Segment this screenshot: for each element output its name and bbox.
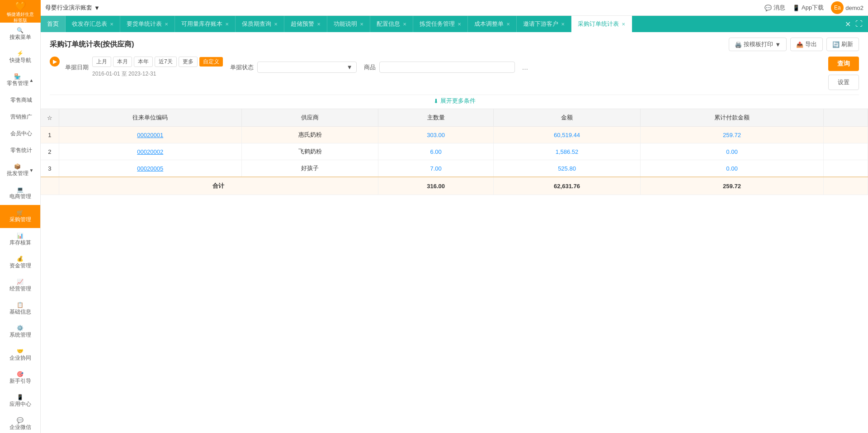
row-paid[interactable]: 259.72 bbox=[641, 127, 824, 143]
tab-cost-adjust[interactable]: 成本调整单 ✕ bbox=[468, 16, 517, 32]
filter-actions: 查询 设置 bbox=[828, 57, 859, 90]
tab-pick-task[interactable]: 拣货任务管理 ✕ bbox=[413, 16, 468, 32]
page-content: 采购订单统计表(按供应商) 🖨️ 按模板打印 ▼ 📤 导出 🔄 刷新 bbox=[41, 32, 868, 433]
tab-stock-summary[interactable]: 收发存汇总表 ✕ bbox=[66, 16, 120, 32]
print-icon: 🖨️ bbox=[735, 41, 742, 48]
sidebar-item-guide[interactable]: 🎯 新手引导 bbox=[0, 366, 40, 390]
row-code[interactable]: 00020001 bbox=[59, 127, 242, 143]
date-filter-block: 上月 本月 本年 近7天 更多 自定义 2016-01-01 至 2023-12… bbox=[92, 57, 223, 78]
row-amount[interactable]: 1,586.52 bbox=[493, 143, 640, 160]
tab-overstock-warn-close[interactable]: ✕ bbox=[317, 22, 321, 27]
tab-config-info[interactable]: 配置信息 ✕ bbox=[370, 16, 413, 32]
filter-bar: ▶ 单据日期 上月 本月 本年 近7天 bbox=[50, 57, 859, 95]
tab-close-all-button[interactable]: ✕ bbox=[843, 18, 853, 30]
row-qty[interactable]: 6.00 bbox=[378, 143, 493, 160]
tab-expiry-query-close[interactable]: ✕ bbox=[274, 22, 278, 27]
tab-order-stats[interactable]: 要货单统计表 ✕ bbox=[120, 16, 175, 32]
row-qty[interactable]: 303.00 bbox=[378, 127, 493, 143]
row-amount[interactable]: 525.80 bbox=[493, 160, 640, 177]
tab-order-stats-close[interactable]: ✕ bbox=[165, 22, 168, 27]
message-button[interactable]: 💬 消息 bbox=[764, 4, 785, 12]
shortcut-7days[interactable]: 近7天 bbox=[155, 57, 177, 67]
tab-function-desc-label: 功能说明 bbox=[334, 20, 357, 28]
table-area: ☆ 往来单位编码 供应商 主数量 金额 累计付款金额 1 00020001 bbox=[41, 109, 868, 433]
data-table: ☆ 往来单位编码 供应商 主数量 金额 累计付款金额 1 00020001 bbox=[41, 109, 868, 195]
export-button[interactable]: 📤 导出 bbox=[790, 38, 823, 51]
tab-inventory-book-close[interactable]: ✕ bbox=[225, 22, 229, 27]
system-icon: ⚙️ bbox=[2, 325, 38, 331]
goods-input[interactable] bbox=[379, 62, 515, 73]
sidebar-item-collab[interactable]: 🤝 企业协同 bbox=[0, 343, 40, 366]
query-button[interactable]: 查询 bbox=[828, 57, 859, 71]
expand-more-button[interactable]: ⬇ 展开更多条件 bbox=[434, 97, 476, 105]
custom-date-badge[interactable]: 自定义 bbox=[199, 57, 223, 67]
row-paid[interactable]: 0.00 bbox=[641, 143, 824, 160]
sidebar-item-search[interactable]: 🔍 搜索菜单 bbox=[0, 23, 40, 46]
table-header: ☆ 往来单位编码 供应商 主数量 金额 累计付款金额 bbox=[41, 109, 868, 127]
sidebar-item-inventory[interactable]: 📊 库存核算 bbox=[0, 228, 40, 251]
main-area: 母婴行业演示账套 ▼ 💬 消息 📱 App下载 Ea demo2 首页 收发存汇… bbox=[41, 0, 868, 433]
row-code[interactable]: 00020005 bbox=[59, 160, 242, 177]
print-button[interactable]: 🖨️ 按模板打印 ▼ bbox=[729, 38, 787, 51]
tab-config-info-close[interactable]: ✕ bbox=[403, 22, 406, 27]
sidebar-item-retail-stats[interactable]: 零售统计 bbox=[0, 142, 40, 159]
export-label: 导出 bbox=[805, 40, 817, 48]
sidebar-item-basics[interactable]: 📋 基础信息 bbox=[0, 297, 40, 320]
sidebar-item-marketing[interactable]: 营销推广 bbox=[0, 109, 40, 125]
setting-button[interactable]: 设置 bbox=[828, 75, 859, 90]
shortcut-more[interactable]: 更多 bbox=[179, 57, 198, 67]
tab-expand-button[interactable]: ⛶ bbox=[854, 18, 864, 30]
sidebar-item-ecommerce[interactable]: 💻 电商管理 bbox=[0, 182, 40, 205]
tab-expiry-query[interactable]: 保质期查询 ✕ bbox=[236, 16, 284, 32]
topbar: 母婴行业演示账套 ▼ 💬 消息 📱 App下载 Ea demo2 bbox=[41, 0, 868, 16]
sidebar-item-wholesale[interactable]: 📦 批发管理 ▼ bbox=[0, 159, 40, 182]
sidebar-item-operations[interactable]: 📈 经营管理 bbox=[0, 274, 40, 297]
tab-pick-task-close[interactable]: ✕ bbox=[458, 22, 461, 27]
tab-cost-adjust-close[interactable]: ✕ bbox=[506, 22, 510, 27]
filter-toggle-button[interactable]: ▶ bbox=[50, 57, 60, 67]
tab-purchase-stats-close[interactable]: ✕ bbox=[622, 22, 625, 27]
refresh-button[interactable]: 🔄 刷新 bbox=[826, 38, 859, 51]
row-paid[interactable]: 0.00 bbox=[641, 160, 824, 177]
row-extra bbox=[823, 160, 868, 177]
shortcut-cur-month[interactable]: 本月 bbox=[113, 57, 132, 67]
sidebar-item-quicknav[interactable]: ⚡ 快捷导航 bbox=[0, 46, 40, 69]
user-profile[interactable]: Ea demo2 bbox=[831, 1, 863, 14]
org-selector[interactable]: 母婴行业演示账套 ▼ bbox=[45, 4, 100, 12]
retail-arrow-icon: ▲ bbox=[29, 78, 34, 83]
sidebar-item-purchase[interactable]: 🛒 采购管理 bbox=[0, 205, 40, 228]
tab-function-desc[interactable]: 功能说明 ✕ bbox=[327, 16, 370, 32]
tab-stock-summary-close[interactable]: ✕ bbox=[110, 22, 113, 27]
tab-invite-customer-close[interactable]: ✕ bbox=[561, 22, 565, 27]
tab-purchase-stats[interactable]: 采购订单统计表 ✕ bbox=[571, 16, 632, 32]
th-code: 往来单位编码 bbox=[59, 109, 242, 127]
app-download-button[interactable]: 📱 App下载 bbox=[793, 4, 824, 12]
th-checkbox[interactable]: ☆ bbox=[41, 109, 59, 127]
tab-inventory-book[interactable]: 可用量库存账本 ✕ bbox=[175, 16, 236, 32]
sidebar-item-system[interactable]: ⚙️ 系统管理 bbox=[0, 320, 40, 343]
tab-invite-customer[interactable]: 邀请下游客户 ✕ bbox=[517, 16, 571, 32]
wechat-icon: 💬 bbox=[2, 417, 38, 423]
goods-more-icon[interactable]: ... bbox=[519, 62, 532, 73]
row-code[interactable]: 00020002 bbox=[59, 143, 242, 160]
tab-function-desc-close[interactable]: ✕ bbox=[360, 22, 363, 27]
row-amount[interactable]: 60,519.44 bbox=[493, 127, 640, 143]
status-select[interactable]: ▼ bbox=[257, 62, 357, 73]
sidebar-item-member[interactable]: 会员中心 bbox=[0, 125, 40, 142]
shortcut-cur-year[interactable]: 本年 bbox=[134, 57, 153, 67]
tab-overstock-warn[interactable]: 超储预警 ✕ bbox=[284, 16, 327, 32]
sidebar-item-retail-shop[interactable]: 零售商城 bbox=[0, 92, 40, 109]
row-qty[interactable]: 7.00 bbox=[378, 160, 493, 177]
row-num: 3 bbox=[41, 160, 59, 177]
topbar-right: 💬 消息 📱 App下载 Ea demo2 bbox=[764, 1, 863, 14]
shortcut-prev-month[interactable]: 上月 bbox=[92, 57, 111, 67]
refresh-label: 刷新 bbox=[841, 40, 853, 48]
search-icon: 🔍 bbox=[2, 27, 38, 33]
user-name: demo2 bbox=[845, 5, 863, 11]
sidebar-item-retail[interactable]: 🏪 零售管理 ▲ bbox=[0, 69, 40, 92]
page-title: 采购订单统计表(按供应商) bbox=[50, 40, 134, 49]
sidebar-item-finance[interactable]: 💰 资金管理 bbox=[0, 251, 40, 274]
tab-home[interactable]: 首页 bbox=[41, 16, 66, 32]
sidebar-item-appcenter[interactable]: 📱 应用中心 bbox=[0, 390, 40, 413]
sidebar-item-wechat[interactable]: 💬 企业微信 bbox=[0, 413, 40, 433]
